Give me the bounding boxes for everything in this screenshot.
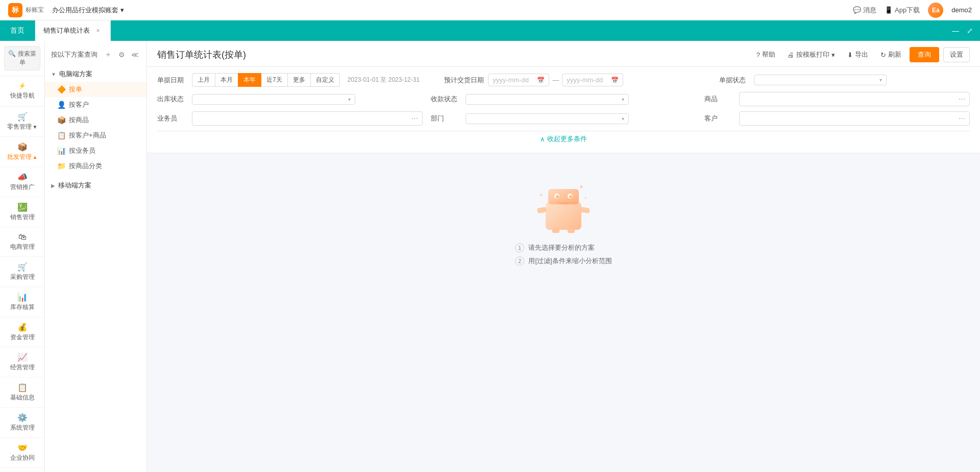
tab-minimize-btn[interactable]: — bbox=[949, 25, 962, 37]
sidebar-item-finance[interactable]: 💰 资金管理 bbox=[0, 317, 44, 347]
workspace-selector[interactable]: 办公用品行业模拟账套 ▾ bbox=[48, 4, 128, 17]
payment-arrow-icon: ▾ bbox=[622, 97, 624, 102]
panel-item-by-order[interactable]: 🔶 按单 bbox=[45, 82, 146, 97]
sidebar-item-basic[interactable]: 📋 基础信息 bbox=[0, 377, 44, 408]
salesperson-input[interactable]: ··· bbox=[192, 111, 423, 126]
sales-icon: 💹 bbox=[17, 202, 28, 212]
sidebar-item-ecommerce[interactable]: 🛍 电商管理 bbox=[0, 227, 44, 257]
empty-hint-1: 1 请先选择要分析的方案 bbox=[515, 243, 611, 252]
panel-item-label: 按客户+商品 bbox=[69, 131, 106, 140]
empty-state-icon: ✦ ✦ ✦ bbox=[533, 174, 594, 235]
sidebar-item-quicknav[interactable]: ⚡ 快捷导航 bbox=[0, 78, 44, 104]
help-btn[interactable]: ? 帮助 bbox=[752, 48, 779, 61]
department-select[interactable]: ▾ bbox=[465, 113, 629, 124]
panel-item-by-category[interactable]: 📁 按商品分类 bbox=[45, 158, 146, 174]
filter-row-1: 单据日期 上月 本月 本年 近7天 更多 自定义 2023-01-01 至 20… bbox=[157, 73, 970, 87]
sidebar-item-purchase[interactable]: 🛒 采购管理 bbox=[0, 257, 44, 287]
panel-item-by-salesperson[interactable]: 📊 按业务员 bbox=[45, 143, 146, 158]
product-label: 商品 bbox=[704, 95, 735, 104]
sidebar-item-system[interactable]: ⚙️ 系统管理 bbox=[0, 408, 44, 438]
page-header: 销售订单统计表(按单) ? 帮助 🖨 按模板打印 ▾ ⬇ 导出 bbox=[147, 41, 980, 67]
export-btn[interactable]: ⬇ 导出 bbox=[843, 48, 872, 61]
svg-rect-0 bbox=[546, 202, 581, 230]
by-customer-icon: 👤 bbox=[57, 101, 66, 109]
operations-icon: 📈 bbox=[17, 352, 28, 362]
empty-state: ✦ ✦ ✦ 1 请先选择要分析的方案 2 用[ bbox=[147, 153, 980, 290]
wholesale-arrow-icon: ▲ bbox=[33, 154, 38, 160]
top-bar-right: 💬 消息 📱 App下载 Ea demo2 bbox=[853, 3, 972, 18]
panel-settings-btn[interactable]: ⚙ bbox=[116, 49, 127, 60]
panel-item-by-product[interactable]: 📦 按商品 bbox=[45, 112, 146, 128]
filter-area: 单据日期 上月 本月 本年 近7天 更多 自定义 2023-01-01 至 20… bbox=[147, 67, 980, 153]
sidebar-item-enterprise[interactable]: 🤝 企业协同 bbox=[0, 438, 44, 468]
main-content: 销售订单统计表(按单) ? 帮助 🖨 按模板打印 ▾ ⬇ 导出 bbox=[147, 41, 980, 472]
date-label: 单据日期 bbox=[157, 76, 188, 85]
panel-title: 按以下方案查询 bbox=[51, 50, 97, 59]
mobile-section-header[interactable]: ▶ 移动端方案 bbox=[45, 178, 146, 193]
date-btn-last7[interactable]: 近7天 bbox=[261, 73, 288, 87]
sidebar: 🔍 搜索菜单 ⚡ 快捷导航 🛒 零售管理 ▼ 📦 批发管理 ▲ 📣 bbox=[0, 41, 45, 472]
panel-header-actions: ＋ ⚙ ≪ bbox=[103, 49, 140, 60]
panel-header: 按以下方案查询 ＋ ⚙ ≪ bbox=[45, 45, 146, 64]
tab-maximize-btn[interactable]: ⤢ bbox=[964, 25, 976, 37]
page-header-actions: ? 帮助 🖨 按模板打印 ▾ ⬇ 导出 ↻ 刷新 bbox=[752, 47, 970, 62]
query-btn[interactable]: 查询 bbox=[910, 47, 939, 62]
sidebar-item-operations[interactable]: 📈 经营管理 bbox=[0, 347, 44, 377]
content-area: 按以下方案查询 ＋ ⚙ ≪ ▼ 电脑端方案 🔶 按单 👤 按 bbox=[45, 41, 980, 472]
sidebar-item-inventory[interactable]: 📊 库存核算 bbox=[0, 287, 44, 317]
product-more-icon[interactable]: ··· bbox=[959, 95, 965, 104]
desktop-section-header[interactable]: ▼ 电脑端方案 bbox=[45, 66, 146, 82]
filter-date-item: 单据日期 上月 本月 本年 近7天 更多 自定义 bbox=[157, 73, 339, 87]
panel-item-by-customer[interactable]: 👤 按客户 bbox=[45, 97, 146, 112]
template-print-icon: 🖨 bbox=[788, 51, 794, 59]
filter-expected-date-item: 预计交货日期 yyyy-mm-dd 📅 — yyyy-mm-dd 📅 bbox=[444, 74, 695, 86]
sidebar-item-marketing[interactable]: 📣 营销推广 bbox=[0, 167, 44, 197]
purchase-icon: 🛒 bbox=[17, 262, 28, 272]
date-btn-this-year[interactable]: 本年 bbox=[238, 73, 261, 87]
template-print-btn[interactable]: 🖨 按模板打印 ▾ bbox=[783, 48, 839, 61]
empty-illustration: ✦ ✦ ✦ bbox=[533, 174, 594, 235]
message-action[interactable]: 💬 消息 bbox=[853, 6, 876, 15]
tab-close-icon[interactable]: × bbox=[94, 27, 102, 35]
sidebar-item-newguide[interactable]: 📖 新手引导 bbox=[0, 468, 44, 472]
svg-rect-6 bbox=[552, 229, 559, 233]
bill-status-select[interactable]: ▾ bbox=[754, 75, 887, 85]
tab-bar-actions: — ⤢ bbox=[945, 20, 980, 41]
panel-item-by-customer-product[interactable]: 📋 按客户+商品 bbox=[45, 128, 146, 143]
collapse-btn[interactable]: ∧ 收起更多条件 bbox=[157, 131, 970, 147]
expected-date-to[interactable]: yyyy-mm-dd 📅 bbox=[562, 74, 623, 86]
logo-icon: 标 bbox=[8, 3, 22, 17]
date-btn-more[interactable]: 更多 bbox=[287, 73, 311, 87]
app-download-action[interactable]: 📱 App下载 bbox=[885, 6, 920, 15]
ecommerce-icon: 🛍 bbox=[18, 232, 27, 242]
tab-active[interactable]: 销售订单统计表 × bbox=[35, 20, 111, 41]
expected-date-from[interactable]: yyyy-mm-dd 📅 bbox=[488, 74, 549, 86]
date-btn-this-month[interactable]: 本月 bbox=[215, 73, 238, 87]
sidebar-search-btn[interactable]: 🔍 搜索菜单 bbox=[4, 46, 40, 70]
product-input[interactable]: ··· bbox=[739, 92, 970, 106]
sidebar-item-wholesale[interactable]: 📦 批发管理 ▲ bbox=[0, 137, 44, 167]
filter-customer-item: 客户 ··· bbox=[704, 111, 970, 126]
panel-add-btn[interactable]: ＋ bbox=[103, 49, 114, 60]
sidebar-item-sales[interactable]: 💹 销售管理 bbox=[0, 197, 44, 227]
refresh-btn[interactable]: ↻ 刷新 bbox=[876, 48, 905, 61]
tab-home[interactable]: 首页 bbox=[0, 20, 35, 41]
export-icon: ⬇ bbox=[847, 51, 853, 59]
date-btn-last-month[interactable]: 上月 bbox=[192, 73, 215, 87]
settings-btn-main[interactable]: 设置 bbox=[943, 47, 970, 62]
panel-collapse-btn[interactable]: ≪ bbox=[129, 49, 140, 60]
sidebar-item-retail[interactable]: 🛒 零售管理 ▼ bbox=[0, 107, 44, 137]
quicknav-icon: ⚡ bbox=[18, 82, 26, 89]
expected-date-to-text: yyyy-mm-dd bbox=[567, 76, 603, 84]
logo-text: 标账宝 bbox=[26, 6, 44, 14]
by-order-icon: 🔶 bbox=[57, 85, 66, 93]
svg-rect-9 bbox=[580, 207, 590, 214]
salesperson-more-icon[interactable]: ··· bbox=[411, 114, 418, 123]
delivery-status-select[interactable]: ▾ bbox=[192, 94, 355, 105]
customer-more-icon[interactable]: ··· bbox=[959, 114, 965, 123]
payment-status-select[interactable]: ▾ bbox=[465, 94, 629, 105]
panel-item-label: 按业务员 bbox=[69, 146, 95, 155]
expected-date-input-group: yyyy-mm-dd 📅 — yyyy-mm-dd 📅 bbox=[488, 74, 623, 86]
date-btn-custom[interactable]: 自定义 bbox=[310, 73, 340, 87]
customer-input[interactable]: ··· bbox=[739, 111, 970, 126]
